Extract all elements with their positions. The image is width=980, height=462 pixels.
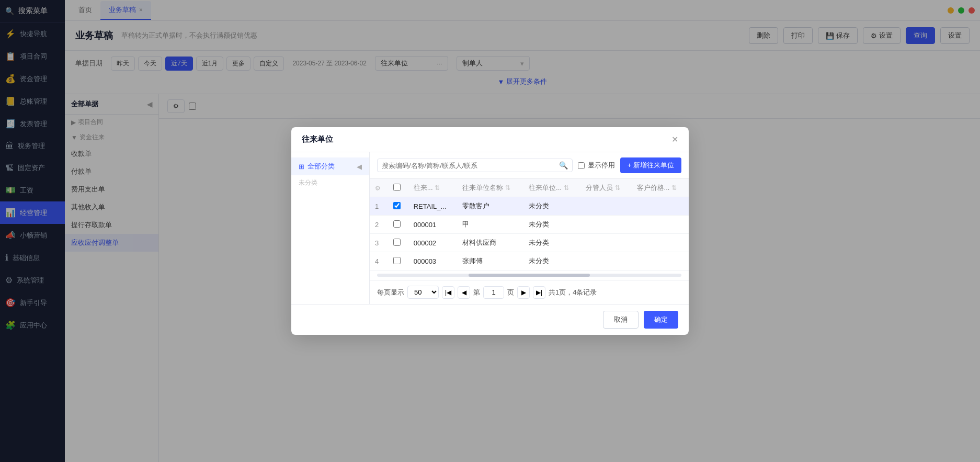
table-row[interactable]: 3 000002 材料供应商 未分类 — [370, 234, 689, 252]
row-manager — [580, 234, 631, 252]
row-category: 未分类 — [523, 252, 580, 271]
pagination: 每页显示 50 100 200 |◀ ◀ 第 页 ▶ ▶| 共1页，4 — [377, 286, 597, 299]
row-code: 000002 — [408, 234, 458, 252]
table-row[interactable]: 1 RETAIL_... 零散客户 未分类 — [370, 197, 689, 216]
row-manager — [580, 252, 631, 271]
row-category: 未分类 — [523, 197, 580, 216]
dialog-sidebar: ⊞ 全部分类 ◀ 未分类 — [291, 152, 370, 304]
next-page-btn[interactable]: ▶ — [517, 286, 530, 299]
page-input[interactable] — [483, 286, 504, 299]
col-checkbox — [388, 179, 408, 197]
row-num: 1 — [370, 197, 388, 216]
dialog-sidebar-section: 未分类 — [291, 175, 369, 190]
dialog-toolbar: 🔍 显示停用 + 新增往来单位 — [370, 152, 689, 179]
scrollbar-thumb[interactable] — [469, 274, 590, 277]
row-name: 零散客户 — [457, 197, 523, 216]
dialog-footer-bar: 每页显示 50 100 200 |◀ ◀ 第 页 ▶ ▶| 共1页，4 — [370, 280, 689, 304]
row-manager — [580, 216, 631, 234]
row-category: 未分类 — [523, 234, 580, 252]
dialog-sidebar-all[interactable]: ⊞ 全部分类 ◀ — [291, 157, 369, 175]
first-page-btn[interactable]: |◀ — [442, 286, 454, 299]
total-info: 共1页，4条记录 — [549, 288, 597, 297]
dialog-header: 往来单位 ✕ — [291, 127, 689, 152]
row-checkbox[interactable] — [388, 197, 408, 216]
row-num: 3 — [370, 234, 388, 252]
row-checkbox[interactable] — [388, 234, 408, 252]
row-code: 000001 — [408, 216, 458, 234]
table-row[interactable]: 2 000001 甲 未分类 — [370, 216, 689, 234]
dialog-close-icon[interactable]: ✕ — [671, 134, 678, 144]
new-party-button[interactable]: + 新增往来单位 — [620, 157, 681, 173]
party-dialog: 往来单位 ✕ ⊞ 全部分类 ◀ 未分类 🔍 — [291, 127, 689, 335]
prev-page-btn[interactable]: ◀ — [458, 286, 470, 299]
collapse-sidebar-icon[interactable]: ◀ — [357, 163, 362, 171]
page-label: 第 — [473, 288, 480, 297]
page-size-select[interactable]: 50 100 200 — [407, 286, 439, 299]
row-code: RETAIL_... — [408, 197, 458, 216]
dialog-search-box[interactable]: 🔍 — [377, 159, 573, 172]
sidebar-all-label: 全部分类 — [307, 162, 335, 171]
row-name: 材料供应商 — [457, 234, 523, 252]
dialog-table: ⚙ 往来... ⇅ 往来单位名称 ⇅ 往来单位... ⇅ 分管人员 ⇅ 客户价格… — [370, 179, 689, 271]
col-manager: 分管人员 ⇅ — [580, 179, 631, 197]
grid-icon: ⊞ — [299, 163, 304, 171]
col-code: 往来... ⇅ — [408, 179, 458, 197]
table-select-all[interactable] — [393, 184, 401, 191]
dialog-overlay: 往来单位 ✕ ⊞ 全部分类 ◀ 未分类 🔍 — [0, 0, 980, 462]
dialog-search-input[interactable] — [382, 162, 556, 170]
page-suffix: 页 — [507, 288, 514, 297]
row-name: 甲 — [457, 216, 523, 234]
last-page-btn[interactable]: ▶| — [533, 286, 545, 299]
dialog-body: ⊞ 全部分类 ◀ 未分类 🔍 显示停用 — [291, 152, 689, 304]
horizontal-scrollbar[interactable] — [377, 274, 681, 277]
row-price — [632, 216, 689, 234]
row-checkbox[interactable] — [388, 252, 408, 271]
row-manager — [580, 197, 631, 216]
row-num: 4 — [370, 252, 388, 271]
col-settings: ⚙ — [370, 179, 388, 197]
row-price — [632, 234, 689, 252]
search-icon: 🔍 — [559, 161, 568, 170]
show-disabled-label: 显示停用 — [588, 161, 615, 170]
row-code: 000003 — [408, 252, 458, 271]
col-price: 客户价格... ⇅ — [632, 179, 689, 197]
row-price — [632, 197, 689, 216]
row-price — [632, 252, 689, 271]
row-checkbox[interactable] — [388, 216, 408, 234]
dialog-actions: 取消 确定 — [291, 304, 689, 335]
dialog-main: 🔍 显示停用 + 新增往来单位 ⚙ 往来... ⇅ — [370, 152, 689, 304]
dialog-title: 往来单位 — [302, 134, 333, 144]
col-name: 往来单位名称 ⇅ — [457, 179, 523, 197]
confirm-button[interactable]: 确定 — [644, 311, 678, 329]
col-category: 往来单位... ⇅ — [523, 179, 580, 197]
row-category: 未分类 — [523, 216, 580, 234]
show-disabled-checkbox[interactable]: 显示停用 — [578, 161, 615, 170]
row-num: 2 — [370, 216, 388, 234]
page-size-label: 每页显示 — [377, 288, 404, 297]
disabled-checkbox[interactable] — [578, 162, 585, 169]
table-row[interactable]: 4 000003 张师傅 未分类 — [370, 252, 689, 271]
cancel-button[interactable]: 取消 — [603, 311, 639, 329]
row-name: 张师傅 — [457, 252, 523, 271]
